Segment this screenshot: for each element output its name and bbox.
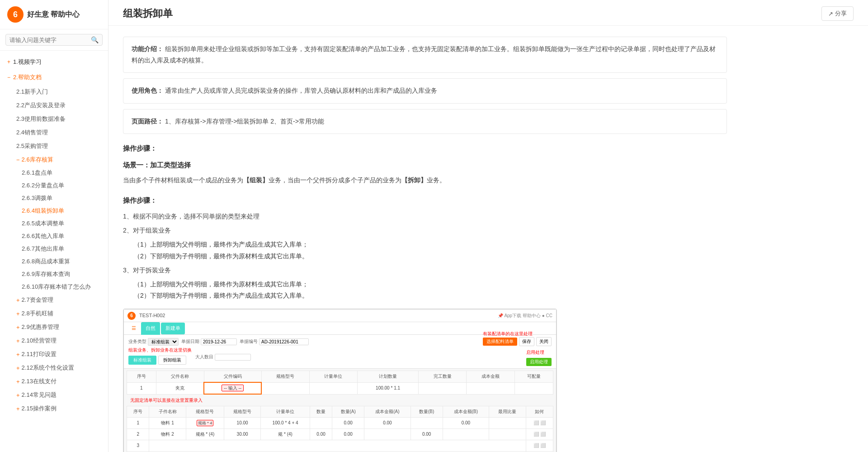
- parent-table-header: 序号 父件名称 父件编码 规格型号 计量单位 计划数量 完工数量 成本金额 可配…: [127, 371, 553, 383]
- sub-sub-2.6.7[interactable]: 2.6.7其他出库单: [0, 243, 108, 255]
- sub-table-row-2: 2 物料 2 规格 * (4) 30.00 规 * (4) 0.00 0.00 …: [127, 429, 553, 440]
- sub-nav-2.5[interactable]: 2.5采购管理: [0, 139, 108, 153]
- sub-nav-2.4[interactable]: 2.4销售管理: [0, 126, 108, 139]
- search-button[interactable]: 🔍: [91, 36, 99, 43]
- page-title: 组装拆卸单: [123, 7, 173, 20]
- sub-sub-2.6.4[interactable]: 2.6.4组装拆卸单: [0, 205, 108, 217]
- step3-text: 3、对于拆装业务: [123, 265, 727, 276]
- th-parent-code: 父件编码: [204, 371, 261, 383]
- sub-td-qtyA-2: 0.00: [332, 429, 364, 440]
- annotation4-label: 启用处理: [526, 350, 544, 355]
- sub-td-seq-2: 2: [127, 429, 149, 440]
- sub-td-spec-2: 30.00: [224, 429, 260, 440]
- type-buttons: 标准组装 拆卸组装: [128, 356, 186, 365]
- app-logo: 6: [127, 312, 136, 320]
- sub-nav-2.10[interactable]: +2.10经营管理: [0, 334, 108, 347]
- type-btn-assemble[interactable]: 标准组装: [128, 356, 156, 365]
- field-id-label: 单据编号: [240, 338, 258, 346]
- field-type-select[interactable]: 标准组装: [148, 338, 179, 346]
- scenario1-title: 场景一：加工类型选择: [123, 159, 727, 171]
- sub-td-costB-2: [443, 429, 489, 440]
- sub-sub-2.6.1[interactable]: 2.6.1盘点单: [0, 167, 108, 179]
- sub-nav-2.13[interactable]: +2.13在线支付: [0, 375, 108, 388]
- field-customer-input[interactable]: [215, 354, 251, 361]
- nav-item-docs[interactable]: − 2.帮助文档 2.1新手入门 2.2产品安装及登录 2.3使用前数据准备 2…: [0, 70, 108, 415]
- sub-nav-2.9[interactable]: +2.9优惠券管理: [0, 320, 108, 334]
- app-sidebar-icon: ☰: [127, 324, 140, 333]
- step3-sub: （1）上部明细为父件明细，最终作为原材料生成其它出库单； （2）下部明细为子件明…: [134, 279, 727, 301]
- btn-process[interactable]: 启用处理: [526, 358, 552, 366]
- sub-sub-2.6.8[interactable]: 2.6.8商品成本重算: [0, 255, 108, 268]
- td-can-match: [514, 382, 553, 394]
- role-text: 通常由生产人员或库管人员完成拆装业务的操作，库管人员确认原材料的出库和产成品的入…: [165, 87, 437, 94]
- sub-nav-2.14[interactable]: +2.14常见问题: [0, 388, 108, 402]
- sub-td-unit-2: 规 * (4): [261, 429, 310, 440]
- type-row: 组装业务、拆卸业务在这里切换 标准组装 拆卸组装 大人数目 启用处理 启用处理: [128, 348, 552, 366]
- btn-select-material[interactable]: 选择配料清单: [483, 338, 517, 346]
- share-label: 分享: [835, 10, 847, 18]
- sub-sub-2.6.2[interactable]: 2.6.2分量盘点单: [0, 179, 108, 192]
- nav-item-video[interactable]: + 1.视频学习: [0, 54, 108, 70]
- sub-nav-2.2[interactable]: 2.2产品安装及登录: [0, 99, 108, 112]
- app-tab-new[interactable]: 新建单: [161, 323, 185, 334]
- plus-icon-2.13: +: [16, 378, 20, 385]
- role-label: 使用角色：: [132, 87, 163, 94]
- logo-icon: 6: [7, 6, 24, 23]
- btn-close[interactable]: 关闭: [536, 337, 552, 346]
- field-id: 单据编号: [240, 338, 309, 346]
- sub-td-name-2: 物料 2: [149, 429, 186, 440]
- type-btn-disassemble[interactable]: 拆卸组装: [158, 356, 186, 365]
- search-box: 🔍: [5, 34, 103, 46]
- sub-sub-2.6.10[interactable]: 2.6.10库存账本错了怎么办: [0, 281, 108, 293]
- logo-area: 6 好生意 帮助中心: [0, 0, 108, 29]
- sub-sub-2.6.3[interactable]: 2.6.3调拨单: [0, 192, 108, 205]
- sub-th-seq: 序号: [127, 406, 149, 418]
- sub-nav-2.7[interactable]: +2.7资金管理: [0, 293, 108, 307]
- annotation3-label: 组装业务、拆卸业务在这里切换: [128, 346, 192, 354]
- sub-nav-docs: 2.1新手入门 2.2产品安装及登录 2.3使用前数据准备 2.4销售管理 2.…: [0, 85, 108, 415]
- sub-nav-2.11[interactable]: +2.11打印设置: [0, 347, 108, 361]
- search-input[interactable]: [9, 37, 91, 43]
- field-date-input[interactable]: [201, 338, 237, 345]
- sub-td-costA-1: 0.00: [364, 418, 411, 429]
- sub-td-qtyB-1: [410, 418, 443, 429]
- sub-nav-2.8[interactable]: +2.8手机旺辅: [0, 307, 108, 320]
- sub-td-qty-1: [310, 418, 332, 429]
- sub-th-ratio: 最用比量: [489, 406, 526, 418]
- sub-nav-2.3[interactable]: 2.3使用前数据准备: [0, 112, 108, 126]
- sub-nav-2.15[interactable]: +2.15操作案例: [0, 402, 108, 415]
- nav-item-header-video[interactable]: + 1.视频学习: [0, 54, 108, 70]
- sub-td-qty-2: 0.00: [310, 429, 332, 440]
- sub-table-row-1: 1 物料 1 规格 * 4 10.00 100.0 * 4 + 4 0.00 0…: [127, 418, 553, 429]
- field-customer: 大人数目: [195, 353, 251, 361]
- sub-th-qty: 数量: [310, 406, 332, 418]
- td-parent-name: 夹克: [156, 382, 204, 394]
- sub-sub-nav-2.6: 2.6.1盘点单 2.6.2分量盘点单 2.6.3调拨单 2.6.4组装拆卸单 …: [0, 167, 108, 293]
- step2-sub1: （1）上部明细为父件明细，最终作为产成品生成其它入库单；: [134, 239, 727, 250]
- nav-item-header-docs[interactable]: − 2.帮助文档: [0, 70, 108, 85]
- sub-td-costA-2: [364, 429, 411, 440]
- field-id-input[interactable]: [259, 338, 309, 345]
- main-header: 组装拆卸单 ↗ 分享: [108, 0, 868, 26]
- share-button[interactable]: ↗ 分享: [821, 6, 854, 21]
- app-table-area: 序号 父件名称 父件编码 规格型号 计量单位 计划数量 完工数量 成本金额 可配…: [124, 369, 556, 452]
- td-spec: [261, 382, 309, 394]
- sub-nav-2.12[interactable]: +2.12系统个性化设置: [0, 361, 108, 375]
- sub-sub-2.6.6[interactable]: 2.6.6其他入库单: [0, 230, 108, 243]
- btn-save[interactable]: 保存: [519, 337, 534, 346]
- parent-table-body: 1 夹克 -- 输入 -- 100.00 * 1.1: [127, 382, 553, 394]
- step1-text: 1、根据不同的业务，选择不同单据的类型来处理: [123, 211, 727, 222]
- app-tab-ziran[interactable]: 自然: [141, 322, 160, 335]
- minus-icon: −: [7, 74, 10, 81]
- sub-sub-2.6.5[interactable]: 2.6.5成本调整单: [0, 217, 108, 230]
- plus-icon-2.14: +: [16, 392, 20, 399]
- path-block: 页面路径： 1、库存核算->库存管理->组装拆卸单 2、首页->常用功能: [123, 109, 727, 134]
- role-block: 使用角色： 通常由生产人员或库管人员完成拆装业务的操作，库管人员确认原材料的出库…: [123, 78, 727, 103]
- th-unit: 计量单位: [309, 371, 357, 383]
- sub-nav-2.1[interactable]: 2.1新手入门: [0, 85, 108, 99]
- feature-intro-label: 功能介绍：: [132, 45, 163, 52]
- sub-td-costB-1: 0.00: [443, 418, 489, 429]
- input-indicator: -- 输入 --: [222, 385, 244, 391]
- sub-sub-2.6.9[interactable]: 2.6.9库存账本查询: [0, 268, 108, 281]
- sub-nav-2.6[interactable]: − 2.6库存核算: [0, 153, 108, 167]
